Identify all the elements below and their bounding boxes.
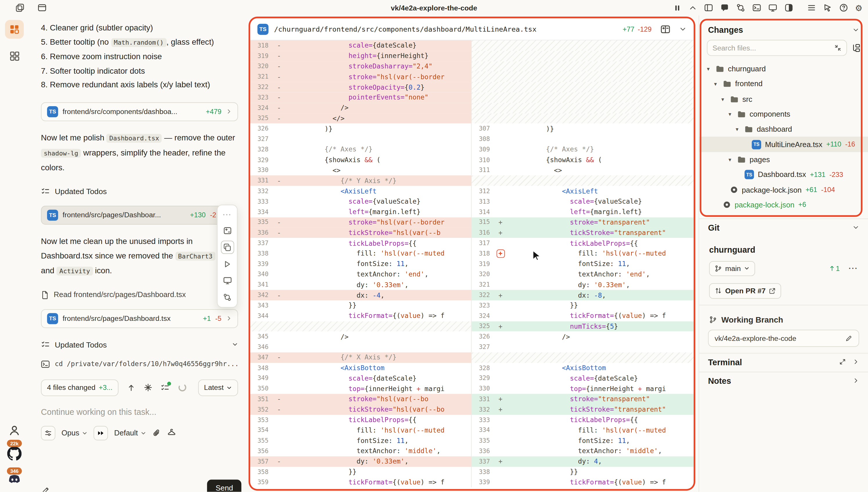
tree-item[interactable]: package-lock.json+6 — [699, 197, 868, 212]
read-file-row[interactable]: Read frontend/src/pages/Dashboard.tsx — [41, 290, 238, 299]
line-number: 330 — [472, 385, 495, 393]
file-chip[interactable]: TSfrontend/src/components/dashboa...+479 — [41, 102, 238, 121]
monitor-icon[interactable] — [768, 3, 777, 12]
theme-toggle-icon[interactable] — [784, 3, 793, 12]
updated-todos[interactable]: Updated Todos — [41, 187, 238, 196]
tree-item[interactable]: ▾src — [699, 92, 868, 107]
todo-status-icon[interactable] — [161, 383, 169, 392]
terminal-command-row[interactable]: cd /private/var/folders/10/h7w0q46556ggr… — [41, 360, 238, 368]
pointer-share-icon[interactable] — [823, 3, 832, 12]
pause-icon[interactable] — [673, 3, 681, 12]
search-box[interactable] — [707, 40, 847, 56]
code-text: top={innerHeight + margi — [506, 385, 666, 393]
edit-pencil-icon[interactable] — [41, 487, 49, 492]
discord-button[interactable]: 346 — [7, 474, 22, 486]
typescript-badge: TS — [258, 24, 268, 34]
mode-selector[interactable]: Default — [114, 429, 146, 437]
chevron-down-icon[interactable]: ▾ — [719, 96, 726, 102]
tree-item[interactable]: ▾components — [699, 107, 868, 122]
diff-body: 318- scale={dateScale}319- height={inner… — [250, 40, 694, 487]
chevron-down-icon[interactable] — [679, 26, 686, 33]
diff-row: 320- strokeDasharray="2,4" — [250, 61, 694, 72]
chevron-down-icon[interactable]: ▾ — [705, 66, 712, 72]
code-text: fontSize: 11, — [506, 260, 630, 268]
line-number: 322 — [250, 83, 274, 91]
grid-view-button[interactable] — [9, 51, 20, 61]
tree-item[interactable]: package-lock.json+61-104 — [699, 182, 868, 197]
files-changed-chip[interactable]: 4 files changed +3... — [41, 379, 118, 396]
panel-left-icon[interactable] — [704, 3, 713, 12]
changes-section-header[interactable]: Changes — [699, 21, 868, 38]
tabs-icon[interactable] — [16, 3, 24, 12]
model-selector[interactable]: Opus — [62, 429, 88, 437]
attach-paperclip-icon[interactable] — [153, 428, 161, 438]
code-text: strokeDasharray="2,4" — [284, 63, 432, 70]
diff-old-cell: 336- tickStroke="hsl(var(--b — [250, 227, 472, 238]
terminal-icon[interactable] — [752, 3, 761, 12]
search-input[interactable] — [712, 44, 831, 52]
app-logo-button[interactable] — [5, 20, 24, 39]
git-compare-icon[interactable] — [736, 3, 745, 12]
file-chip[interactable]: TSfrontend/src/pages/Dashboard.tsx+1-5 — [41, 309, 238, 328]
diff-row: 339 fontSize: 11,319 fontSize: 11, — [250, 259, 694, 269]
run-icon[interactable] — [220, 257, 234, 271]
terminal-section-header[interactable]: Terminal — [699, 353, 868, 370]
tree-item[interactable]: ▾churnguard — [699, 62, 868, 77]
updated-todos[interactable]: Updated Todos — [41, 340, 238, 349]
edit-diff-icon[interactable] — [220, 224, 234, 237]
chevron-down-icon[interactable] — [852, 26, 859, 33]
skip-button[interactable] — [94, 425, 108, 440]
help-icon[interactable] — [839, 3, 848, 12]
git-compare-icon[interactable] — [220, 290, 234, 304]
chevron-down-icon[interactable]: ▾ — [726, 157, 734, 163]
settings-gear-icon[interactable]: ⚙ — [855, 3, 863, 12]
tree-item[interactable]: ▾frontend — [699, 77, 868, 92]
line-number: 329 — [250, 156, 274, 164]
chevron-right-icon[interactable] — [852, 377, 859, 384]
collapse-diagonal-icon[interactable] — [834, 44, 842, 52]
typescript-badge: TS — [47, 313, 58, 324]
git-more-options[interactable]: ··· — [848, 264, 858, 273]
tree-item[interactable]: TSDashboard.tsx+131-233 — [699, 167, 868, 182]
file-chip[interactable]: TSfrontend/src/pages/Dashboar...+130-2 — [41, 205, 222, 224]
github-button[interactable]: 22k — [7, 446, 22, 461]
split-view-icon[interactable] — [660, 24, 670, 34]
collapse-up-icon[interactable] — [688, 3, 697, 12]
tree-item[interactable]: ▾dashboard — [699, 122, 868, 137]
code-text: fontSize: 11, — [284, 437, 408, 445]
file-tree-toggle-icon[interactable] — [852, 44, 861, 52]
panels-icon[interactable] — [38, 3, 47, 12]
version-selector[interactable]: Latest — [198, 379, 238, 396]
chevron-down-icon[interactable]: ▾ — [734, 126, 741, 132]
sparkle-icon[interactable] — [144, 383, 153, 392]
more-options-icon[interactable]: ··· — [220, 207, 234, 221]
chat-list-item: 5. Better tooltip (no Math.random(), gla… — [41, 35, 238, 50]
chevron-down-icon[interactable]: ▾ — [726, 111, 734, 117]
upload-icon[interactable] — [127, 383, 136, 392]
send-button[interactable]: Send — [207, 479, 241, 492]
chat-input[interactable] — [41, 407, 238, 416]
settings-sliders-button[interactable] — [41, 425, 55, 440]
diff-old-cell: 347- {/* X Axis */} — [250, 352, 472, 363]
hanger-icon[interactable] — [167, 428, 176, 438]
chat-bubble-icon[interactable] — [720, 3, 729, 12]
branch-selector[interactable]: main — [709, 261, 755, 276]
working-branch-input[interactable]: vk/4e2a-explore-the-code — [708, 329, 859, 347]
git-section-header[interactable]: Git — [699, 219, 868, 236]
profile-icon[interactable] — [8, 424, 21, 437]
chevron-right-icon[interactable] — [852, 359, 859, 366]
tree-item[interactable]: ▾pages — [699, 152, 868, 167]
line-number: 317 — [472, 240, 495, 247]
chevron-down-icon[interactable]: ▾ — [712, 81, 719, 87]
notes-section-header[interactable]: Notes — [699, 372, 868, 389]
copy-icon[interactable] — [220, 241, 234, 254]
open-pr-button[interactable]: Open PR #7 — [709, 283, 781, 298]
edit-pencil-icon[interactable] — [845, 335, 852, 342]
monitor-icon[interactable] — [220, 274, 234, 287]
chevron-down-icon[interactable] — [852, 224, 859, 231]
add-comment-button[interactable]: + — [496, 249, 505, 258]
expand-icon[interactable] — [839, 359, 846, 366]
tree-item[interactable]: TSMultiLineArea.tsx+110-16 — [699, 137, 868, 152]
chevron-down-icon[interactable] — [232, 341, 238, 347]
menu-icon[interactable] — [807, 3, 816, 12]
